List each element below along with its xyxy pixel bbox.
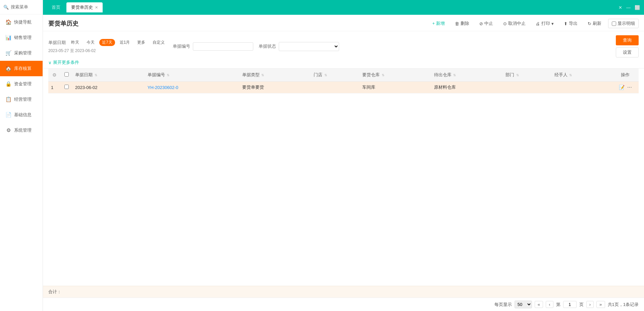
- cart-icon: 🛒: [5, 50, 11, 56]
- sidebar-item-finance[interactable]: 🔒 资金管理: [0, 76, 43, 92]
- sort-icon: ⇅: [516, 73, 519, 77]
- page-number-input[interactable]: [563, 301, 577, 308]
- tab-close-icon[interactable]: ✕: [95, 5, 98, 10]
- tab-requisition-history[interactable]: 要货单历史 ✕: [66, 2, 103, 12]
- expand-more[interactable]: ∨ 展开更多条件: [48, 59, 639, 65]
- tab-home[interactable]: 首页: [47, 2, 65, 12]
- edit-icon[interactable]: 📝: [619, 85, 625, 90]
- date-shortcut-7days[interactable]: 近7天: [99, 39, 115, 46]
- action-buttons: 查询 设置: [616, 35, 639, 57]
- col-settings: ⚙: [48, 69, 60, 82]
- per-page-label: 每页显示: [494, 302, 512, 308]
- export-button[interactable]: ⬆ 导出: [560, 19, 581, 28]
- sort-icon: ⇅: [453, 73, 456, 77]
- sidebar: 🔍 搜索菜单 🏠 快捷导航 📊 销售管理 🛒 采购管理 🏠 库存核算 🔒 资金管…: [0, 0, 43, 311]
- stop-button[interactable]: ⊘ 中止: [476, 19, 496, 28]
- sidebar-item-inventory[interactable]: 🏠 库存核算: [0, 61, 43, 76]
- cell-index: 1: [48, 82, 60, 93]
- cancel-stop-icon: ⊙: [503, 21, 507, 26]
- pagination: 每页显示 50 100 200 « ‹ 第 页 › » 共1页，1条记录: [43, 298, 644, 311]
- col-checkbox: [60, 69, 72, 82]
- display-cell-button[interactable]: 显示明细: [608, 19, 639, 28]
- col-handler[interactable]: 经手人 ⇅: [552, 69, 612, 82]
- table-container: ⚙ 单据日期 ⇅ 单据编号 ⇅: [43, 69, 644, 286]
- date-shortcut-today[interactable]: 今天: [84, 39, 97, 46]
- tab-requisition-history-label: 要货单历史: [71, 4, 93, 10]
- sidebar-item-label: 资金管理: [14, 81, 32, 87]
- cell-department: [503, 82, 551, 93]
- stop-icon: ⊘: [479, 21, 483, 26]
- refresh-icon: ↻: [588, 21, 591, 26]
- query-button[interactable]: 查询: [616, 35, 639, 45]
- cell-checkbox: [60, 82, 72, 93]
- new-button[interactable]: + 新增: [429, 19, 448, 28]
- more-icon[interactable]: ⋯: [627, 85, 632, 90]
- delete-icon: 🗑: [455, 21, 459, 26]
- doc-status-label: 单据状态: [259, 43, 276, 49]
- last-page-btn[interactable]: »: [596, 301, 605, 308]
- sidebar-item-quick-nav[interactable]: 🏠 快捷导航: [0, 14, 43, 30]
- col-req-warehouse[interactable]: 要货仓库 ⇅: [360, 69, 431, 82]
- table-footer: 合计：: [43, 286, 644, 298]
- expand-more-label: 展开更多条件: [53, 59, 79, 65]
- tab-home-label: 首页: [52, 4, 60, 10]
- cancel-stop-button[interactable]: ⊙ 取消中止: [500, 19, 529, 28]
- total-label: 合计：: [48, 289, 61, 294]
- doc-number-label: 单据编号: [173, 43, 190, 49]
- settings-icon: ⚙: [5, 127, 11, 133]
- col-dest-warehouse[interactable]: 待出仓库 ⇅: [431, 69, 503, 82]
- col-doc-date[interactable]: 单据日期 ⇅: [72, 69, 145, 82]
- sidebar-item-purchase[interactable]: 🛒 采购管理: [0, 45, 43, 61]
- window-close-btn[interactable]: ✕: [619, 5, 622, 10]
- settings-button[interactable]: 设置: [616, 47, 639, 57]
- sort-icon: ⇅: [382, 73, 384, 77]
- date-shortcut-custom[interactable]: 自定义: [150, 39, 167, 46]
- per-page-select[interactable]: 50 100 200: [515, 301, 532, 308]
- doc-number-link[interactable]: YH-20230602-0: [148, 85, 178, 90]
- col-department[interactable]: 部门 ⇅: [503, 69, 551, 82]
- sidebar-item-system[interactable]: ⚙ 系统管理: [0, 123, 43, 138]
- sidebar-item-basic-info[interactable]: 📄 基础信息: [0, 107, 43, 123]
- page-header: 要货单历史 + 新增 🗑 删除 ⊘ 中止 ⊙ 取消中止 🖨 打印: [43, 15, 644, 31]
- page-label: 第: [556, 302, 560, 308]
- sidebar-item-label: 库存核算: [14, 65, 32, 72]
- display-cell-checkbox[interactable]: [612, 21, 616, 26]
- print-button[interactable]: 🖨 打印 ▾: [532, 19, 557, 28]
- delete-button[interactable]: 🗑 删除: [451, 19, 473, 28]
- col-doc-number[interactable]: 单据编号 ⇅: [145, 69, 239, 82]
- refresh-button[interactable]: ↻ 刷新: [584, 19, 605, 28]
- page-suffix: 页: [579, 302, 584, 308]
- cell-doc-date: 2023-06-02: [72, 82, 145, 93]
- date-shortcuts: 昨天 今天 近7天 近1月 更多 自定义: [68, 39, 167, 46]
- cell-store: [311, 82, 360, 93]
- sort-icon: ⇅: [95, 73, 97, 77]
- doc-number-input[interactable]: [193, 42, 253, 51]
- sidebar-search[interactable]: 🔍 搜索菜单: [0, 0, 43, 14]
- prev-page-btn[interactable]: ‹: [546, 301, 553, 308]
- cell-handler: [552, 82, 612, 93]
- first-page-btn[interactable]: «: [535, 301, 543, 308]
- cell-req-warehouse: 车间库: [360, 82, 431, 93]
- sidebar-item-operations[interactable]: 📋 经营管理: [0, 92, 43, 107]
- date-shortcut-more[interactable]: 更多: [135, 39, 148, 46]
- window-minimize-btn[interactable]: —: [626, 5, 631, 10]
- document-icon: 📄: [5, 112, 11, 118]
- filter-area: 单据日期 昨天 今天 近7天 近1月 更多 自定义 2023-05-27 至 2…: [43, 31, 644, 69]
- sidebar-item-sales[interactable]: 📊 销售管理: [0, 30, 43, 45]
- next-page-btn[interactable]: ›: [586, 301, 594, 308]
- column-settings-icon[interactable]: ⚙: [52, 72, 57, 78]
- sidebar-search-label: 搜索菜单: [11, 4, 28, 10]
- filter-row: 单据日期 昨天 今天 近7天 近1月 更多 自定义 2023-05-27 至 2…: [48, 35, 639, 57]
- sidebar-item-label: 销售管理: [14, 35, 32, 41]
- date-shortcut-yesterday[interactable]: 昨天: [68, 39, 82, 46]
- col-doc-type[interactable]: 单据类型 ⇅: [239, 69, 311, 82]
- total-pages-info: 共1页，1条记录: [608, 302, 639, 308]
- date-shortcut-1month[interactable]: 近1月: [117, 39, 133, 46]
- doc-number-filter: 单据编号: [173, 42, 253, 51]
- select-all-checkbox[interactable]: [64, 72, 69, 77]
- doc-status-select[interactable]: [279, 42, 339, 51]
- window-maximize-btn[interactable]: ⬜: [635, 5, 640, 10]
- col-store[interactable]: 门店 ⇅: [311, 69, 360, 82]
- row-checkbox[interactable]: [64, 85, 69, 89]
- action-icons: 📝 ⋯: [614, 85, 636, 90]
